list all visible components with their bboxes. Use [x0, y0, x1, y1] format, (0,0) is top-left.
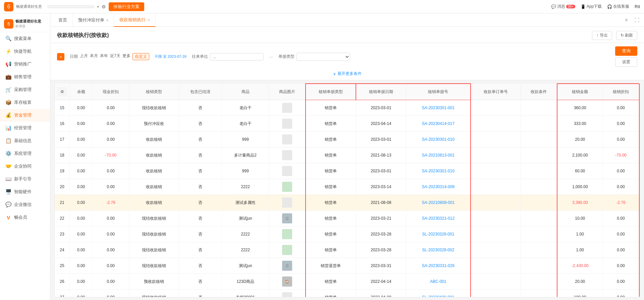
sidebar-item-search[interactable]: 🔍 搜索菜单	[0, 32, 50, 45]
writeoff-no-link[interactable]: SA-20230301-001	[422, 105, 454, 110]
online-service-area[interactable]: 🎧 在线客服	[607, 4, 629, 9]
sidebar-operations-label: 经营管理	[14, 125, 32, 131]
tab-prepayment[interactable]: 预付冲应付单 ×	[73, 13, 114, 27]
receipt-condition-cell	[521, 226, 557, 242]
writeoff-no-link[interactable]: SA-20230414-017	[422, 121, 454, 126]
app-name: 畅捷通谱好生意	[16, 4, 42, 9]
writeoff-no-cell: SL-20230328-001	[406, 226, 471, 242]
date-custom[interactable]: 自定义	[132, 53, 149, 60]
receipt-order-no-cell	[471, 290, 521, 298]
writeoff-no-link[interactable]: SA-20210808-001	[422, 200, 454, 205]
sidebar-item-inventory[interactable]: 📦 库存核算	[0, 96, 50, 109]
writeoff-amount-cell: 100.00	[557, 290, 602, 298]
search-input[interactable]	[47, 5, 94, 8]
product-cell: 测试jun	[222, 258, 269, 274]
date-more[interactable]: 更多	[122, 53, 130, 60]
filter-expand-arrow[interactable]: »	[57, 53, 64, 60]
messages-area[interactable]: 💬 消息 99+	[551, 4, 575, 9]
sidebar-item-operations[interactable]: 📊 经营管理	[0, 122, 50, 134]
writeoff-type-cell: 预收款核销	[129, 274, 179, 290]
writeoff-no-link[interactable]: SL-20230328-001	[422, 232, 454, 237]
receipt-condition-cell	[521, 258, 557, 274]
expand-more-button[interactable]: ∨ 展开更多条件	[333, 71, 362, 77]
includes-settled-cell: 否	[179, 116, 222, 132]
settings-icon[interactable]: ⚙	[102, 4, 106, 9]
writeoff-discount-cell: 0.00	[603, 100, 639, 116]
receipt-condition-cell	[521, 211, 557, 226]
sidebar-item-wechat[interactable]: 💬 企业微信	[0, 198, 50, 211]
sidebar-item-purchase[interactable]: 🛒 采购管理	[0, 83, 50, 96]
row-number: 23	[55, 226, 70, 242]
writeoff-no-link[interactable]: SL-20230328-002	[422, 248, 454, 252]
writeoff-order-type-cell: 销货单	[306, 242, 356, 258]
sidebar-item-basic-info[interactable]: 📋 基础信息	[0, 134, 50, 147]
sidebar-member-label: 畅会员	[14, 214, 27, 220]
writeoff-no-link[interactable]: SL-20230408-001	[422, 295, 454, 297]
industry-solution-button[interactable]: 休验行业方案	[109, 2, 144, 11]
writeoff-discount-cell: 0.00	[603, 132, 639, 147]
writeoff-no-cell: SA-20230301-010	[406, 132, 471, 147]
export-button[interactable]: ↑ 导出	[592, 31, 612, 40]
writeoff-no-link[interactable]: ABC-001	[430, 279, 446, 284]
date-this-month[interactable]: 本月	[90, 53, 98, 60]
writeoff-no-link[interactable]: SA-20230331-026	[422, 263, 454, 268]
sidebar-wechat-label: 企业微信	[14, 202, 32, 208]
query-button[interactable]: 查询	[615, 46, 637, 56]
order-type-select[interactable]	[297, 53, 350, 61]
date-last-month[interactable]: 上月	[80, 53, 88, 60]
sidebar-item-enterprise[interactable]: 🤝 企业协同	[0, 160, 50, 173]
product-cell: 999	[222, 132, 269, 147]
writeoff-date-cell: 2021-08-13	[356, 147, 406, 163]
date-range-display[interactable]: 不限 至 2023-07-26	[155, 54, 186, 59]
marketing-icon: 📢	[5, 61, 11, 67]
product-cell: 老白干	[222, 100, 269, 116]
includes-settled-cell: 否	[179, 211, 222, 226]
tab-window-close[interactable]: ×	[623, 17, 630, 23]
balance-cell: 0.00	[70, 100, 93, 116]
dropdown-arrow[interactable]: ▾	[97, 4, 99, 9]
sidebar-item-marketing[interactable]: 📢 营销推广	[0, 58, 50, 71]
sidebar-item-guide[interactable]: 📖 新手引导	[0, 173, 50, 185]
date-this-year[interactable]: 本年	[100, 53, 108, 60]
writeoff-no-cell: SA-20230301-010	[406, 163, 471, 179]
app-download-area[interactable]: 📱 App下载	[581, 4, 602, 9]
tab-prepayment-close[interactable]: ×	[106, 18, 108, 22]
refresh-button[interactable]: ↻ 刷新	[616, 31, 637, 40]
expand-more-row: ∨ 展开更多条件	[57, 69, 637, 77]
tab-home[interactable]: 首页	[53, 13, 73, 27]
finance-icon: 💰	[5, 112, 11, 118]
writeoff-no-link[interactable]: SA-20230314-008	[422, 184, 454, 189]
counterparty-input[interactable]	[210, 53, 264, 60]
writeoff-no-link[interactable]: SA-20210813-001	[422, 153, 454, 158]
setting-button[interactable]: 设置	[615, 57, 637, 67]
sidebar-item-sales[interactable]: 💼 销售管理	[0, 71, 50, 83]
writeoff-amount-cell: 1.00	[557, 242, 602, 258]
sidebar-item-hardware[interactable]: 🖥️ 智能硬件	[0, 185, 50, 198]
writeoff-type-cell: 现结收款核销	[129, 258, 179, 274]
th-writeoff-discount: 核销折扣	[603, 84, 639, 100]
product-image-cell	[269, 195, 306, 211]
product-image-cell	[269, 290, 306, 298]
product-image-cell	[269, 147, 306, 163]
sidebar-item-finance[interactable]: 💰 资金管理	[0, 109, 50, 122]
page-area: 收款核销执行(按收款) ↑ 导出 ↻ 刷新 »	[50, 27, 644, 300]
message-icon: 💬	[551, 4, 556, 9]
user-name[interactable]: Rit	[635, 4, 640, 9]
table-settings-icon[interactable]: ⚙	[57, 87, 67, 96]
writeoff-no-link[interactable]: SA-20230301-010	[422, 137, 454, 142]
writeoff-type-cell: 现结收款核销	[129, 211, 179, 226]
tabs-actions: × ⛶	[623, 17, 641, 23]
writeoff-no-link[interactable]: SA-20230301-010	[422, 169, 454, 173]
tab-writeoff[interactable]: 收款核销执行 ×	[114, 13, 155, 27]
writeoff-no-link[interactable]: SA-20230321-012	[422, 216, 454, 221]
date-7-days[interactable]: 近7天	[110, 53, 120, 60]
page-title: 收款核销执行(按收款)	[57, 32, 109, 39]
sidebar-item-member[interactable]: V 畅会员	[0, 211, 50, 224]
tab-writeoff-close[interactable]: ×	[148, 18, 150, 22]
tab-window-expand[interactable]: ⛶	[633, 17, 641, 23]
writeoff-no-cell: SA-20210813-001	[406, 147, 471, 163]
sidebar-item-shortcuts[interactable]: ⚡ 快捷导航	[0, 45, 50, 58]
writeoff-discount-cell: 0.00	[603, 211, 639, 226]
receipt-order-no-cell	[471, 242, 521, 258]
sidebar-item-system[interactable]: ⚙️ 系统管理	[0, 147, 50, 160]
